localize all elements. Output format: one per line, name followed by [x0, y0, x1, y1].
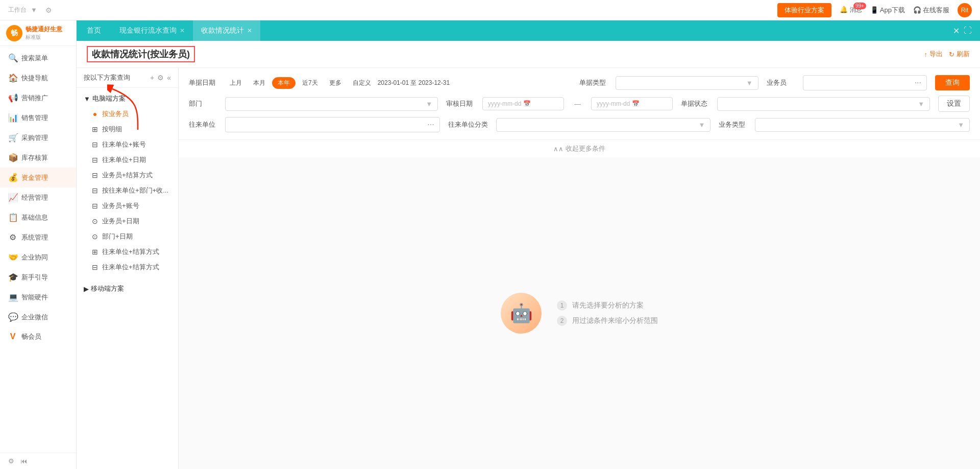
tree-item-by-salesman[interactable]: ● 按业务员 — [77, 106, 178, 122]
tree-item-unit-date[interactable]: ⊟ 往来单位+日期 — [77, 152, 178, 168]
sidebar-item-finance[interactable]: 💰 资金管理 — [0, 168, 76, 187]
tree-expand-icon: ▼ — [84, 95, 90, 103]
tree-mobile-expand-icon: ▶ — [84, 285, 89, 293]
date-btn-custom[interactable]: 自定义 — [348, 77, 376, 89]
review-date-to-placeholder: yyyy-mm-dd — [597, 100, 630, 107]
tree-item-salesman-date[interactable]: ⊙ 业务员+日期 — [77, 214, 178, 229]
sidebar-item-smart-hardware[interactable]: 💻 智能硬件 — [0, 287, 76, 307]
smart-hardware-icon: 💻 — [8, 292, 17, 302]
sidebar-item-quick-nav[interactable]: 🏠 快捷导航 — [0, 68, 76, 88]
doc-status-label: 单据状态 — [681, 99, 709, 108]
more-dots-salesman[interactable]: ··· — [915, 78, 921, 87]
logo-subtitle: 标准版 — [26, 34, 62, 41]
collapse-bar[interactable]: ∧∧ 收起更多条件 — [179, 139, 980, 157]
sidebar-item-purchase[interactable]: 🛒 采购管理 — [0, 128, 76, 148]
tab-close-bank-flow[interactable]: ✕ — [180, 27, 185, 34]
tab-close-collection[interactable]: ✕ — [247, 27, 252, 34]
empty-state-content: 🤖 1 请先选择要分析的方案 2 用过滤条件来缩小分析范围 — [501, 293, 658, 334]
collapse-sidebar-icon[interactable]: ⏮ — [20, 457, 27, 465]
date-btn-last-month[interactable]: 上月 — [225, 77, 247, 89]
salesman-account-icon: ⊟ — [91, 202, 99, 210]
scheme-settings-icon[interactable]: ⚙ — [157, 74, 164, 82]
sidebar-item-enterprise[interactable]: 🤝 企业协同 — [0, 247, 76, 267]
sidebar-item-member[interactable]: V 畅会员 — [0, 327, 76, 346]
empty-tip-1: 1 请先选择要分析的方案 — [557, 300, 658, 311]
sidebar-item-basic-info[interactable]: 📋 基础信息 — [0, 207, 76, 227]
tree-item-unit-dept-collect[interactable]: ⊟ 按往来单位+部门+收... — [77, 183, 178, 198]
member-icon: V — [8, 332, 17, 341]
collapse-left-panel-icon[interactable]: « — [167, 74, 171, 82]
tree-mobile-header[interactable]: ▶ 移动端方案 — [77, 281, 178, 296]
filter-row-2: 部门 ▼ 审核日期 yyyy-mm-dd 📅 — yyyy-mm-dd — [189, 96, 970, 112]
review-date-from[interactable]: yyyy-mm-dd 📅 — [482, 97, 564, 110]
add-scheme-icon[interactable]: + — [150, 74, 154, 82]
logo-title: 畅捷通好生意 — [26, 25, 62, 34]
calendar-from-icon[interactable]: 📅 — [523, 100, 531, 107]
refresh-icon: ↻ — [949, 51, 954, 58]
sidebar-item-inventory[interactable]: 📦 库存核算 — [0, 148, 76, 168]
date-btn-last-7-days[interactable]: 近7天 — [298, 77, 323, 89]
settings-bottom-icon[interactable]: ⚙ — [8, 457, 14, 465]
user-avatar[interactable]: Rit — [958, 3, 972, 17]
tab-bank-flow[interactable]: 现金银行流水查询 ✕ — [111, 20, 193, 41]
refresh-button[interactable]: ↻ 刷新 — [949, 50, 970, 59]
date-btn-this-month[interactable]: 本月 — [249, 77, 270, 89]
doc-type-select[interactable]: ▼ — [616, 76, 758, 90]
sales-icon: 📊 — [8, 113, 17, 123]
tab-maximize-icon[interactable]: ⛶ — [964, 26, 972, 35]
detail-icon: ⊞ — [91, 125, 99, 133]
tree-item-dept-date[interactable]: ⊙ 部门+日期 — [77, 229, 178, 244]
salesman-active-icon: ● — [91, 110, 99, 118]
sidebar-nav: 🔍 搜索菜单 🏠 快捷导航 📢 营销推广 📊 销售管理 🛒 采购管理 📦 — [0, 46, 76, 453]
sidebar-item-operations[interactable]: 📈 经营管理 — [0, 187, 76, 207]
gear-settings-icon[interactable]: ⚙ — [45, 6, 52, 14]
calendar-to-icon[interactable]: 📅 — [632, 100, 640, 107]
trial-btn[interactable]: 体验行业方案 — [777, 3, 831, 17]
partner-category-select[interactable]: ▼ — [496, 118, 711, 132]
date-range-display: 2023-01-01 至 2023-12-31 — [378, 79, 450, 87]
right-filter: 单据日期 上月 本月 本年 近7天 更多 自定义 2023-01-01 至 20… — [179, 68, 980, 469]
sidebar-item-sales[interactable]: 📊 销售管理 — [0, 108, 76, 128]
tab-close-all-icon[interactable]: ✕ — [953, 26, 960, 36]
biz-type-select[interactable]: ▼ — [755, 118, 970, 132]
sidebar-item-system[interactable]: ⚙ 系统管理 — [0, 227, 76, 247]
online-service[interactable]: 🎧 在线客服 — [913, 6, 949, 15]
salesman-date-icon: ⊙ — [91, 217, 99, 225]
dept-select[interactable]: ▼ — [225, 97, 438, 111]
tree-item-unit-settlement1[interactable]: ⊞ 往来单位+结算方式 — [77, 244, 178, 260]
date-btn-more[interactable]: 更多 — [325, 77, 346, 89]
tree-item-salesman-account[interactable]: ⊟ 业务员+账号 — [77, 198, 178, 214]
collapse-label: 收起更多条件 — [566, 144, 605, 153]
sidebar-item-marketing[interactable]: 📢 营销推广 — [0, 88, 76, 108]
tree-section-mobile: ▶ 移动端方案 — [77, 278, 178, 299]
review-date-to[interactable]: yyyy-mm-dd 📅 — [591, 97, 673, 110]
partner-select[interactable]: ··· — [225, 117, 440, 132]
salesman-select[interactable]: ··· — [803, 75, 927, 90]
review-date-from-placeholder: yyyy-mm-dd — [488, 100, 521, 107]
doc-status-select[interactable]: ▼ — [717, 97, 930, 111]
biz-type-label: 业务类型 — [719, 120, 747, 129]
tree-desktop-header[interactable]: ▼ 电脑端方案 — [77, 91, 178, 106]
basic-info-icon: 📋 — [8, 213, 17, 222]
app-download[interactable]: 📱 App下载 — [870, 6, 905, 15]
sidebar-item-beginner[interactable]: 🎓 新手引导 — [0, 267, 76, 287]
bell-icon: 🔔 — [840, 6, 848, 13]
export-button[interactable]: ↑ 导出 — [924, 50, 943, 59]
query-button[interactable]: 查询 — [935, 75, 970, 90]
tab-home[interactable]: 首页 — [77, 20, 111, 41]
date-btn-this-year[interactable]: 本年 — [272, 77, 296, 89]
filter-rows: 单据日期 上月 本月 本年 近7天 更多 自定义 2023-01-01 至 20… — [179, 68, 980, 139]
page-title: 收款情况统计(按业务员) — [87, 46, 195, 62]
settings-button[interactable]: 设置 — [938, 96, 970, 112]
tab-collection-stat[interactable]: 收款情况统计 ✕ — [193, 20, 260, 41]
tree-item-unit-settlement2[interactable]: ⊟ 往来单位+结算方式 — [77, 260, 178, 275]
notification-area[interactable]: 🔔 消息 99+ — [840, 6, 862, 14]
sidebar-item-wechat[interactable]: 💬 企业微信 — [0, 307, 76, 327]
tree-item-salesman-settlement[interactable]: ⊟ 业务员+结算方式 — [77, 168, 178, 183]
tree-item-unit-account[interactable]: ⊟ 往来单位+账号 — [77, 137, 178, 152]
doc-type-label: 单据类型 — [579, 78, 607, 87]
tree-item-by-detail[interactable]: ⊞ 按明细 — [77, 122, 178, 137]
notification-count: 99+ — [853, 3, 866, 9]
sidebar-item-search-menu[interactable]: 🔍 搜索菜单 — [0, 48, 76, 68]
more-dots-partner[interactable]: ··· — [427, 120, 434, 129]
